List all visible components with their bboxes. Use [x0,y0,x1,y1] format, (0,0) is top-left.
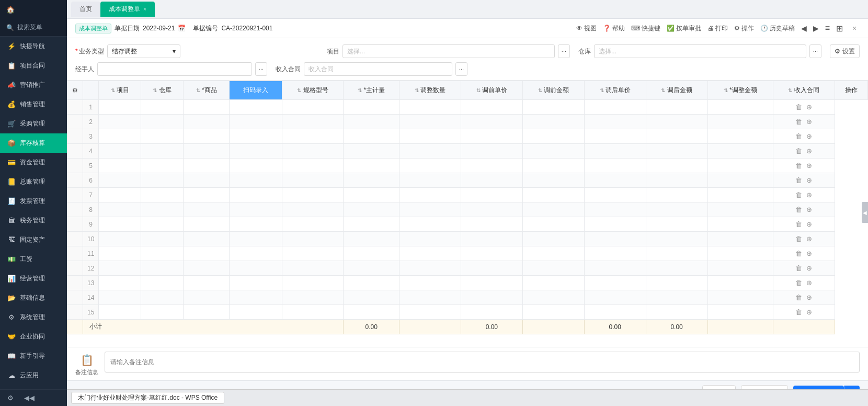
data-cell[interactable] [141,173,184,188]
data-cell[interactable] [141,159,184,173]
data-cell[interactable] [99,246,141,261]
shortcut-icon[interactable]: ⌨ 快捷键 [631,24,660,33]
data-cell[interactable] [141,290,184,305]
data-cell[interactable] [399,173,461,188]
data-cell[interactable] [99,261,141,276]
copy-icon[interactable]: ⊕ [806,220,812,228]
col-pre-amount[interactable]: ⇅ 调前金额 [522,81,584,100]
copy-icon[interactable]: ⊕ [806,132,812,140]
sidebar-item-fixed-assets[interactable]: 🏗 固定资产 [0,230,67,250]
copy-icon[interactable]: ⊕ [806,176,812,184]
data-cell[interactable] [344,305,399,320]
data-cell[interactable] [461,290,522,305]
data-cell[interactable] [707,232,773,246]
data-cell[interactable] [141,261,184,276]
copy-icon[interactable]: ⊕ [806,308,812,316]
data-cell[interactable] [399,159,461,173]
handler-ellipsis-button[interactable]: ... [255,62,267,76]
delete-icon[interactable]: 🗑 [795,220,802,228]
data-cell[interactable] [344,188,399,202]
data-cell[interactable] [230,217,282,232]
data-cell[interactable] [99,202,141,217]
data-cell[interactable] [184,159,230,173]
data-cell[interactable] [522,144,584,159]
audit-icon[interactable]: ✅ 按单审批 [667,24,701,33]
copy-icon[interactable]: ⊕ [806,103,812,111]
delete-icon[interactable]: 🗑 [795,162,802,170]
delete-icon[interactable]: 🗑 [795,176,802,184]
business-type-select[interactable]: 结存调整 ▾ [107,44,180,58]
copy-icon[interactable]: ⊕ [806,279,812,287]
data-cell[interactable] [99,144,141,159]
data-cell[interactable] [399,144,461,159]
data-cell[interactable] [399,129,461,144]
sidebar-item-tax[interactable]: 🏛 税务管理 [0,211,67,230]
prev-icon[interactable]: ◀ [801,24,807,32]
data-cell[interactable] [584,232,646,246]
settings-button[interactable]: ⚙ 设置 [830,44,860,58]
sidebar-item-cloud-app[interactable]: ☁ 云应用 [0,366,67,385]
data-cell[interactable] [646,217,707,232]
data-cell[interactable] [282,159,344,173]
data-cell[interactable] [230,144,282,159]
data-cell[interactable] [282,232,344,246]
data-cell[interactable] [584,276,646,290]
sidebar-item-sales-promotion[interactable]: 📣 营销推广 [0,75,67,95]
data-cell[interactable] [184,129,230,144]
data-cell[interactable] [461,144,522,159]
col-spec[interactable]: ⇅ 规格型号 [282,81,344,100]
data-cell[interactable] [282,188,344,202]
data-cell[interactable] [522,100,584,115]
data-cell[interactable] [707,246,773,261]
data-cell[interactable] [461,173,522,188]
data-cell[interactable] [344,129,399,144]
data-cell[interactable] [584,115,646,129]
data-cell[interactable] [141,129,184,144]
data-cell[interactable] [707,188,773,202]
taskbar-item[interactable]: 木门行业好业财处理方案-墓红红.doc - WPS Office [71,392,224,404]
remark-input[interactable] [105,352,860,373]
data-cell[interactable] [707,290,773,305]
warehouse-input[interactable]: 选择... [594,44,806,58]
data-cell[interactable] [584,129,646,144]
sidebar-search[interactable]: 🔍 搜索菜单 [0,19,67,37]
data-cell[interactable] [584,100,646,115]
data-cell[interactable] [522,290,584,305]
data-cell[interactable] [522,305,584,320]
delete-icon[interactable]: 🗑 [795,279,802,287]
view-icon[interactable]: 👁 视图 [576,24,597,33]
data-cell[interactable] [399,202,461,217]
delete-icon[interactable]: 🗑 [795,191,802,199]
data-cell[interactable] [522,159,584,173]
income-contract-ellipsis-button[interactable]: ... [455,62,467,76]
sidebar-collapse-icon[interactable]: ◀◀ [24,394,35,402]
data-cell[interactable] [282,144,344,159]
data-cell[interactable] [141,217,184,232]
data-cell[interactable] [584,144,646,159]
sidebar-item-salary[interactable]: 💵 工资 [0,250,67,269]
data-cell[interactable] [282,115,344,129]
data-cell[interactable] [646,129,707,144]
sidebar-item-quick-nav[interactable]: ⚡ 快捷导航 [0,37,67,56]
data-cell[interactable] [282,217,344,232]
data-cell[interactable] [646,232,707,246]
data-cell[interactable] [646,305,707,320]
data-cell[interactable] [399,276,461,290]
data-cell[interactable] [230,188,282,202]
col-adjust-amount[interactable]: ⇅ *调整金额 [707,81,773,100]
sidebar-item-inventory[interactable]: 📦 库存核算 [0,133,67,153]
col-unit[interactable]: ⇅ *主计量 [344,81,399,100]
data-cell[interactable] [522,115,584,129]
data-cell[interactable] [707,261,773,276]
data-cell[interactable] [584,261,646,276]
sidebar-item-enterprise-coop[interactable]: 🤝 企业协同 [0,327,67,346]
data-cell[interactable] [522,129,584,144]
data-cell[interactable] [584,188,646,202]
sidebar-item-purchase-management[interactable]: 🛒 采购管理 [0,114,67,133]
data-cell[interactable] [707,276,773,290]
data-cell[interactable] [646,173,707,188]
copy-icon[interactable]: ⊕ [806,118,812,126]
data-cell[interactable] [184,202,230,217]
data-cell[interactable] [584,159,646,173]
data-cell[interactable] [282,202,344,217]
